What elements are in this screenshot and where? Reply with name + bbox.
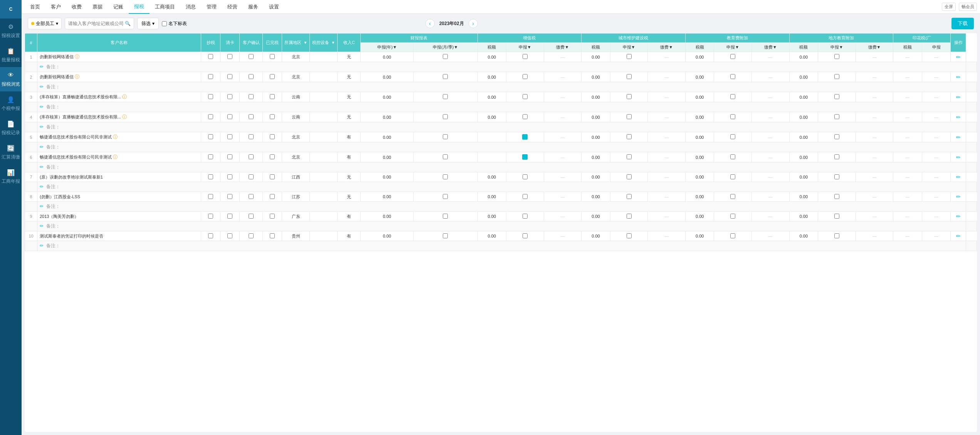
copy-tax-checkbox[interactable]: [208, 233, 213, 238]
client-confirm-checkbox[interactable]: [249, 233, 254, 238]
action-cell[interactable]: ✏: [951, 212, 966, 221]
clear-card-checkbox[interactable]: [227, 54, 232, 59]
city-declare-cb[interactable]: [627, 233, 632, 238]
declared-cell[interactable]: [263, 72, 282, 82]
client-confirm-checkbox[interactable]: [249, 74, 254, 79]
city-declare-cell[interactable]: [610, 92, 648, 102]
fin-month-cb[interactable]: [443, 214, 448, 219]
remark-cell[interactable]: ✏ 备注：: [37, 122, 966, 132]
local-declare-cb[interactable]: [834, 194, 839, 199]
vat-declare-cell[interactable]: [506, 52, 544, 62]
local-declare-cb[interactable]: [834, 54, 839, 59]
sidebar-item-batch-tax[interactable]: 📋 批量报税: [0, 43, 22, 67]
local-declare-cb[interactable]: [834, 214, 839, 219]
nav-client[interactable]: 客户: [45, 0, 66, 14]
declared-checkbox[interactable]: [270, 194, 275, 199]
copy-tax-cell[interactable]: [201, 192, 220, 202]
clear-card-cell[interactable]: [220, 112, 240, 122]
clear-card-checkbox[interactable]: [227, 154, 232, 159]
client-confirm-cell[interactable]: [240, 72, 263, 82]
vip-button[interactable]: 畅会员: [959, 3, 977, 11]
action-cell[interactable]: ✏: [951, 92, 966, 102]
copy-tax-checkbox[interactable]: [208, 134, 213, 139]
edu-declare-cell[interactable]: [714, 172, 752, 182]
edit-icon[interactable]: ✏: [956, 94, 961, 100]
declared-cell[interactable]: [263, 212, 282, 221]
fin-month-cell[interactable]: [414, 192, 478, 202]
declared-cell[interactable]: [263, 172, 282, 182]
copy-tax-cell[interactable]: [201, 212, 220, 221]
clear-card-checkbox[interactable]: [227, 114, 232, 119]
edu-declare-cell[interactable]: [714, 92, 752, 102]
fin-month-cell[interactable]: [414, 132, 478, 142]
nav-service[interactable]: 服务: [243, 0, 264, 14]
vat-checkbox[interactable]: [523, 194, 528, 199]
clear-card-checkbox[interactable]: [227, 214, 232, 219]
edit-icon[interactable]: ✏: [956, 233, 961, 239]
nav-message[interactable]: 消息: [180, 0, 201, 14]
edit-icon[interactable]: ✏: [956, 174, 961, 180]
sidebar-item-annual-report[interactable]: 📊 工商年报: [0, 164, 22, 189]
vat-checkbox[interactable]: [523, 94, 528, 99]
edu-declare-cb[interactable]: [730, 194, 735, 199]
city-declare-cell[interactable]: [610, 112, 648, 122]
client-confirm-cell[interactable]: [240, 152, 263, 162]
vat-checkbox[interactable]: [523, 233, 528, 238]
client-confirm-checkbox[interactable]: [249, 194, 254, 199]
nav-collection[interactable]: 收费: [66, 0, 87, 14]
copy-tax-checkbox[interactable]: [208, 94, 213, 99]
vat-declare-cell[interactable]: [506, 112, 544, 122]
nav-invoice[interactable]: 票据: [87, 0, 108, 14]
vat-checkbox[interactable]: [523, 114, 528, 119]
declared-cell[interactable]: [263, 192, 282, 202]
client-confirm-checkbox[interactable]: [249, 94, 254, 99]
edit-icon[interactable]: ✏: [956, 114, 961, 120]
vat-checkbox[interactable]: [523, 54, 528, 59]
nav-manage[interactable]: 管理: [201, 0, 222, 14]
edit-icon[interactable]: ✏: [956, 194, 961, 200]
local-declare-cell[interactable]: [818, 172, 856, 182]
local-declare-cb[interactable]: [834, 94, 839, 99]
edu-declare-cb[interactable]: [730, 233, 735, 238]
edu-declare-cell[interactable]: [714, 152, 752, 162]
city-declare-cell[interactable]: [610, 72, 648, 82]
fin-month-cell[interactable]: [414, 52, 478, 62]
city-declare-cb[interactable]: [627, 134, 632, 139]
fin-month-cb[interactable]: [443, 114, 448, 119]
fin-month-cell[interactable]: [414, 212, 478, 221]
declared-checkbox[interactable]: [270, 114, 275, 119]
named-table-check[interactable]: [162, 21, 167, 26]
vat-checkbox[interactable]: [523, 74, 528, 79]
vat-declare-cell[interactable]: [506, 132, 544, 142]
named-table-checkbox[interactable]: 名下标表: [162, 20, 187, 27]
city-declare-cell[interactable]: [610, 172, 648, 182]
city-declare-cell[interactable]: [610, 192, 648, 202]
edu-declare-cb[interactable]: [730, 114, 735, 119]
client-confirm-cell[interactable]: [240, 132, 263, 142]
fin-month-cb[interactable]: [443, 94, 448, 99]
fin-month-cell[interactable]: [414, 112, 478, 122]
edu-declare-cb[interactable]: [730, 54, 735, 59]
local-declare-cell[interactable]: [818, 152, 856, 162]
local-declare-cb[interactable]: [834, 233, 839, 238]
fin-month-cell[interactable]: [414, 72, 478, 82]
vat-declare-cell[interactable]: [506, 231, 544, 241]
declared-checkbox[interactable]: [270, 94, 275, 99]
fin-month-cell[interactable]: [414, 172, 478, 182]
edu-declare-cell[interactable]: [714, 112, 752, 122]
fin-month-cb[interactable]: [443, 194, 448, 199]
clear-card-cell[interactable]: [220, 132, 240, 142]
edit-icon[interactable]: ✏: [956, 74, 961, 80]
city-declare-cb[interactable]: [627, 74, 632, 79]
clear-card-checkbox[interactable]: [227, 74, 232, 79]
edu-declare-cb[interactable]: [730, 154, 735, 159]
vat-declare-cell[interactable]: [506, 92, 544, 102]
declared-cell[interactable]: [263, 231, 282, 241]
copy-tax-cell[interactable]: [201, 72, 220, 82]
action-cell[interactable]: ✏: [951, 72, 966, 82]
fin-month-cb[interactable]: [443, 233, 448, 238]
client-confirm-checkbox[interactable]: [249, 54, 254, 59]
nav-tax[interactable]: 报税: [129, 0, 150, 14]
fin-month-cell[interactable]: [414, 231, 478, 241]
city-declare-cb[interactable]: [627, 214, 632, 219]
